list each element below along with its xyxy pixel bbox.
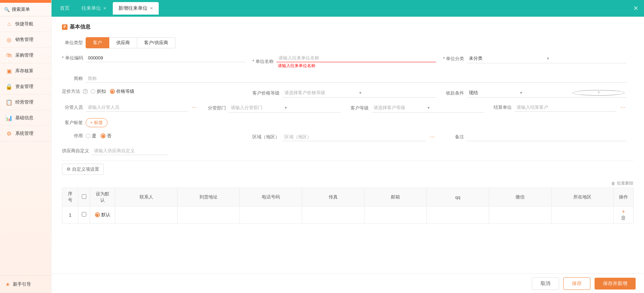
unit-code-input[interactable] — [86, 54, 246, 62]
main-content: 首页往来单位✕新增往来单位✕ ✕ P 基本信息 单位类型 客户 供应商 客户/供… — [52, 0, 644, 293]
qq-input[interactable] — [430, 212, 486, 218]
operations-icon: 📋 — [6, 99, 13, 106]
sidebar-item-basic[interactable]: 📊 基础信息 — [0, 110, 51, 126]
address-input[interactable] — [180, 212, 237, 218]
type-both-btn[interactable]: 客户/供应商 — [137, 37, 175, 48]
settlement-more-btn[interactable]: ··· — [619, 104, 627, 111]
unit-type-row: 单位类型 客户 供应商 客户/供应商 — [62, 37, 634, 48]
customer-price-level-placeholder: 请选择客户价格等级 — [284, 90, 359, 96]
email-input[interactable] — [367, 212, 424, 218]
add-tag-btn[interactable]: + 标签 — [86, 118, 108, 127]
batch-delete-btn[interactable]: 🗑 批量删除 — [611, 180, 634, 186]
sales-icon: ◎ — [6, 36, 13, 43]
sidebar-item-guide[interactable]: ★ 新手引导 — [0, 278, 51, 290]
customer-price-level-label: 客户价格等级 — [252, 90, 280, 96]
cell-wechat[interactable] — [489, 206, 551, 223]
close-all-tabs[interactable]: ✕ — [630, 3, 641, 14]
radio-grade[interactable]: 价格等级 — [110, 88, 134, 95]
unit-type-field: 单位类型 客户 供应商 客户/供应商 — [62, 37, 634, 48]
unit-name-label: * 单位名称 — [252, 58, 274, 65]
supplier-custom-input[interactable] — [92, 147, 168, 155]
customer-level-field: 客户等级 请选择客户等级 ▾ — [348, 103, 491, 113]
unit-category-label: * 单位分类 — [443, 56, 464, 62]
radio-discount[interactable]: 折扣 — [91, 88, 106, 95]
unit-category-select[interactable]: 未分类 ▾ — [467, 54, 627, 63]
col-fax: 传真 — [302, 188, 364, 206]
customer-level-select[interactable]: 请选择客户等级 ▾ — [371, 103, 484, 113]
settlement-unit-input[interactable] — [515, 103, 616, 112]
sidebar-item-purchase[interactable]: 🛍 采购管理 — [0, 48, 51, 63]
row-default-radio[interactable]: 默认 — [93, 212, 112, 218]
sidebar-item-finance[interactable]: 🔒 资金管理 — [0, 79, 51, 95]
radio-no[interactable]: 否 — [101, 133, 111, 139]
tab-new-contact[interactable]: 新增往来单位✕ — [113, 2, 159, 15]
cell-contact[interactable] — [115, 206, 178, 223]
sidebar-item-operations[interactable]: 📋 经营管理 — [0, 95, 51, 110]
customer-price-level-select[interactable]: 请选择客户价格等级 ▾ — [282, 88, 436, 98]
sidebar-bottom: ★ 新手引导 — [0, 275, 51, 293]
wechat-input[interactable] — [492, 212, 548, 218]
payment-terms-question[interactable]: ? — [573, 90, 625, 96]
supplier-custom-label: 供应商自定义 — [62, 148, 89, 154]
department-select[interactable]: 请输入分管部门 ▾ — [229, 103, 341, 113]
select-all-checkbox[interactable] — [82, 194, 86, 199]
save-button[interactable]: 保存 — [563, 277, 590, 290]
customer-level-placeholder: 请选择客户等级 — [374, 105, 427, 111]
department-chevron: ▾ — [285, 105, 339, 110]
type-customer-btn[interactable]: 客户 — [86, 37, 109, 48]
cell-phone[interactable] — [240, 206, 302, 223]
pricing-radio-group: 折扣 价格等级 — [91, 88, 134, 95]
pricing-question[interactable]: ? — [83, 89, 88, 94]
cell-address[interactable] — [178, 206, 240, 223]
row-checkbox[interactable] — [82, 212, 86, 217]
tab-close-new-contact[interactable]: ✕ — [150, 6, 153, 10]
type-supplier-btn[interactable]: 供应商 — [109, 37, 137, 48]
unit-name-error: 请输入往来单位名称 — [278, 63, 436, 69]
sidebar-search[interactable]: 🔍 搜索菜单 — [0, 3, 51, 16]
sales-label: 销售管理 — [15, 36, 33, 43]
basic-label: 基础信息 — [15, 115, 33, 121]
region-table-input[interactable] — [554, 212, 611, 218]
cell-email[interactable] — [364, 206, 427, 223]
bottom-bar: 取消 保存 保存并新增 — [52, 274, 644, 293]
sidebar-item-sales[interactable]: ◎ 销售管理 — [0, 32, 51, 48]
region-more-btn[interactable]: ··· — [429, 134, 436, 140]
sidebar-bottom-label: 新手引导 — [13, 281, 31, 287]
price-level-chevron: ▾ — [359, 90, 434, 95]
unit-name-input[interactable] — [276, 54, 436, 62]
col-qq: qq — [426, 188, 489, 206]
cell-fax[interactable] — [302, 206, 364, 223]
phone-input[interactable] — [243, 212, 299, 218]
radio-discount-circle — [91, 89, 95, 94]
row-manager: 分管人员 ··· 分管部门 请输入分管部门 ▾ 客户等级 请选择客户等级 ▾ 结… — [62, 103, 634, 113]
cell-region[interactable] — [551, 206, 613, 223]
department-field: 分管部门 请输入分管部门 ▾ — [205, 103, 348, 113]
sidebar-item-inventory[interactable]: ▣ 库存核算 — [0, 63, 51, 79]
radio-yes[interactable]: 是 — [86, 133, 96, 139]
unit-code-label: * 单位编码 — [62, 55, 83, 61]
operations-label: 经营管理 — [15, 99, 33, 105]
manager-input[interactable] — [86, 103, 188, 112]
tab-contacts[interactable]: 往来单位✕ — [76, 2, 112, 15]
region-input[interactable] — [282, 133, 426, 141]
delete-row-btn[interactable]: 🗑 — [620, 215, 627, 221]
customer-tag-field: 客户标签 + 标签 — [62, 118, 634, 127]
contacts-table: 序号 设为默认 联系人 到货地址 电话号码 传真 邮箱 qq 微信 所在地区 操… — [62, 188, 634, 223]
alias-input[interactable] — [86, 74, 627, 83]
pricing-method-label: 定价方法 ? — [62, 88, 88, 95]
custom-settings-btn[interactable]: ⚙ 自定义项设置 — [62, 164, 104, 175]
contact-input[interactable] — [118, 212, 174, 218]
manager-more-btn[interactable]: ··· — [190, 104, 198, 111]
sidebar-item-system[interactable]: ⚙ 系统管理 — [0, 126, 51, 141]
save-new-button[interactable]: 保存并新增 — [595, 278, 636, 290]
customer-tag-label: 客户标签 — [62, 120, 83, 126]
sidebar-item-quick-nav[interactable]: ⌂ 快捷导航 — [0, 16, 51, 32]
tab-close-contacts[interactable]: ✕ — [103, 6, 107, 10]
remark-input[interactable] — [467, 133, 627, 141]
tab-home[interactable]: 首页 — [54, 2, 75, 15]
cancel-button[interactable]: 取消 — [532, 277, 559, 290]
add-row-btn[interactable]: + — [621, 209, 626, 215]
payment-terms-select[interactable]: 现结 ▾ ? — [467, 88, 627, 98]
fax-input[interactable] — [305, 212, 361, 218]
cell-qq[interactable] — [426, 206, 489, 223]
